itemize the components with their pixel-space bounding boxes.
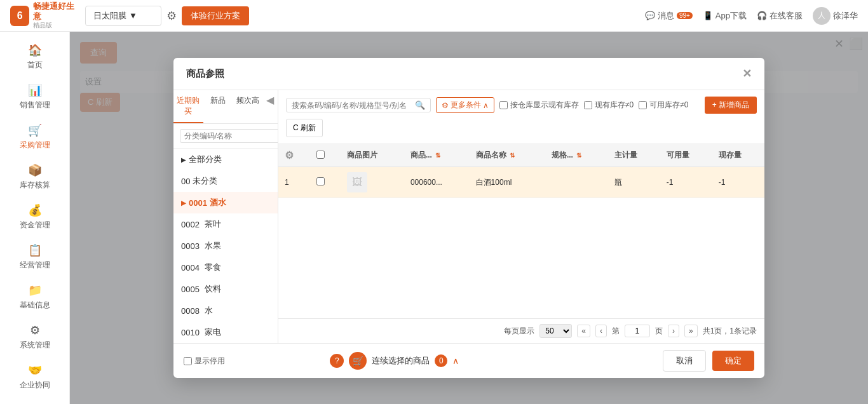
cat-tea[interactable]: 0002 茶叶 xyxy=(173,213,278,235)
add-product-btn[interactable]: + 新增商品 xyxy=(705,97,757,114)
page-size-select[interactable]: 50 10 20 100 xyxy=(539,324,572,338)
filter-btn[interactable]: ⚙ 更多条件 ∧ xyxy=(436,97,494,113)
collapse-up-icon[interactable]: ∧ xyxy=(452,356,459,366)
logo-sub: 精品版 xyxy=(33,21,80,30)
table-row[interactable]: 1 🖼 000600... 白酒100ml 瓶 xyxy=(278,167,764,198)
online-service-item[interactable]: 🎧 在线客服 xyxy=(757,10,803,22)
category-search-input[interactable] xyxy=(180,129,278,143)
cell-stock: -1 xyxy=(712,167,764,198)
sidebar-item-sales[interactable]: 📊 销售管理 xyxy=(0,77,69,117)
warehouse-checkbox[interactable] xyxy=(499,101,508,109)
product-table-wrap: ⚙ 商品图片 商品... ⇅ xyxy=(278,144,764,318)
sidebar-item-purchase[interactable]: 🛒 采购管理 xyxy=(0,117,69,157)
inventory-icon: 📦 xyxy=(28,163,42,177)
nav-right: 💬 消息 99+ 📱 App下载 🎧 在线客服 人 徐泽华 xyxy=(645,7,858,25)
modal-footer: 显示停用 ? 🛒 连续选择的商品 0 ∧ 取消 确定 xyxy=(173,343,764,378)
cat-liquor[interactable]: ▶ 0001 酒水 xyxy=(173,192,278,213)
cart-icon[interactable]: 🛒 xyxy=(349,352,367,370)
prev-page-btn[interactable]: ‹ xyxy=(595,325,607,337)
show-disabled-label[interactable]: 显示停用 xyxy=(184,356,225,367)
main-layout: 🏠 首页 📊 销售管理 🛒 采购管理 📦 库存核算 💰 资金管理 📋 经营管理 … xyxy=(0,32,868,404)
modal-dialog: 商品参照 ✕ 近期购买 新品 频次高 ◀ xyxy=(173,58,764,378)
first-page-btn[interactable]: « xyxy=(577,325,590,337)
help-icon[interactable]: ? xyxy=(330,354,344,368)
select-all-checkbox[interactable] xyxy=(316,151,325,159)
cell-index: 1 xyxy=(278,167,310,198)
col-image: 商品图片 xyxy=(341,144,404,167)
page-input[interactable] xyxy=(625,325,650,337)
sidebar-item-home[interactable]: 🏠 首页 xyxy=(0,37,69,77)
cat-fruit[interactable]: 0003 水果 xyxy=(173,235,278,257)
user-item[interactable]: 人 徐泽华 xyxy=(813,7,858,25)
tab-new[interactable]: 新品 xyxy=(203,90,233,123)
collapse-panel-icon[interactable]: ◀ xyxy=(262,90,278,123)
category-list: ▶ 全部分类 00 未分类 ▶ 0001 酒水 xyxy=(173,149,278,343)
table-settings-icon[interactable]: ⚙ xyxy=(285,150,294,161)
col-stock: 现存量 xyxy=(712,144,764,167)
logo-icon: 6 xyxy=(10,6,29,26)
row-checkbox[interactable] xyxy=(316,177,325,185)
purchase-icon: 🛒 xyxy=(28,123,42,137)
store-selector[interactable]: 日太阳膜 ▼ xyxy=(85,6,161,26)
operations-icon: 📋 xyxy=(28,243,42,257)
available-checkbox[interactable] xyxy=(639,101,647,109)
sidebar-item-inventory[interactable]: 📦 库存核算 xyxy=(0,157,69,197)
cell-spec xyxy=(545,167,608,198)
sidebar-item-finance[interactable]: 💰 资金管理 xyxy=(0,197,69,237)
modal-close-btn[interactable]: ✕ xyxy=(742,67,752,81)
sidebar-item-guide[interactable]: 📝 新手引导 xyxy=(0,397,69,404)
tab-frequent[interactable]: 频次高 xyxy=(233,90,262,123)
cat-all[interactable]: ▶ 全部分类 xyxy=(173,149,278,170)
product-toolbar: 🔍 ⚙ 更多条件 ∧ 按仓库显示现有库存 xyxy=(278,90,764,144)
tab-recent[interactable]: 近期购买 xyxy=(173,90,203,123)
sort-code-icon: ⇅ xyxy=(435,152,440,159)
product-table: ⚙ 商品图片 商品... ⇅ xyxy=(278,144,764,198)
modal-overlay: 商品参照 ✕ 近期购买 新品 频次高 ◀ xyxy=(70,32,868,404)
show-disabled-checkbox[interactable] xyxy=(184,357,192,365)
cell-name: 白酒100ml xyxy=(470,167,545,198)
sort-spec-icon: ⇅ xyxy=(576,152,581,159)
stock-checkbox-label[interactable]: 现有库存≠0 xyxy=(584,100,634,111)
cat-uncategorized[interactable]: 00 未分类 xyxy=(173,170,278,192)
col-available: 可用量 xyxy=(660,144,712,167)
sidebar-item-basics[interactable]: 📁 基础信息 xyxy=(0,277,69,317)
logo: 6 畅捷通好生意 精品版 xyxy=(10,1,80,30)
cat-beverage[interactable]: 0005 饮料 xyxy=(173,278,278,300)
settings-icon[interactable]: ⚙ xyxy=(166,9,177,23)
sidebar-item-system[interactable]: ⚙ 系统管理 xyxy=(0,317,69,357)
message-item[interactable]: 💬 消息 99+ xyxy=(645,10,693,22)
cell-code: 000600... xyxy=(404,167,470,198)
product-search-input[interactable] xyxy=(292,101,412,110)
refresh-btn[interactable]: C 刷新 xyxy=(286,119,323,137)
confirm-btn[interactable]: 确定 xyxy=(712,351,754,371)
left-sidebar: 🏠 首页 📊 销售管理 🛒 采购管理 📦 库存核算 💰 资金管理 📋 经营管理 … xyxy=(0,32,70,404)
col-spec[interactable]: 规格... ⇅ xyxy=(545,144,608,167)
continuous-label: 连续选择的商品 xyxy=(372,355,430,367)
product-search-icon[interactable]: 🔍 xyxy=(415,100,425,110)
sidebar-item-operations[interactable]: 📋 经营管理 xyxy=(0,237,69,277)
col-name[interactable]: 商品名称 ⇅ xyxy=(470,144,545,167)
sales-icon: 📊 xyxy=(28,83,42,97)
cell-unit: 瓶 xyxy=(608,167,660,198)
available-checkbox-label[interactable]: 可用库存≠0 xyxy=(639,100,688,111)
modal-title: 商品参照 xyxy=(186,68,224,80)
warehouse-checkbox-label[interactable]: 按仓库显示现有库存 xyxy=(499,100,579,111)
col-unit: 主计量 xyxy=(608,144,660,167)
product-image: 🖼 xyxy=(347,172,367,192)
col-code[interactable]: 商品... ⇅ xyxy=(404,144,470,167)
cat-snack[interactable]: 0004 零食 xyxy=(173,257,278,278)
next-page-btn[interactable]: › xyxy=(668,325,679,337)
cat-appliance[interactable]: 0010 家电 xyxy=(173,321,278,343)
cancel-btn[interactable]: 取消 xyxy=(663,350,706,372)
sidebar-item-enterprise[interactable]: 🤝 企业协同 xyxy=(0,357,69,397)
modal-body: 近期购买 新品 频次高 ◀ 🔍 ▶ 全部分类 xyxy=(173,90,764,343)
modal-header: 商品参照 ✕ xyxy=(173,58,764,90)
app-download-item[interactable]: 📱 App下载 xyxy=(703,10,747,22)
stock-checkbox[interactable] xyxy=(584,101,592,109)
category-panel: 近期购买 新品 频次高 ◀ 🔍 ▶ 全部分类 xyxy=(173,90,278,343)
cat-water[interactable]: 0008 水 xyxy=(173,300,278,321)
last-page-btn[interactable]: » xyxy=(684,325,698,337)
industry-btn[interactable]: 体验行业方案 xyxy=(182,6,249,25)
selection-count-badge: 0 xyxy=(435,354,447,367)
cell-checkbox xyxy=(310,167,341,198)
